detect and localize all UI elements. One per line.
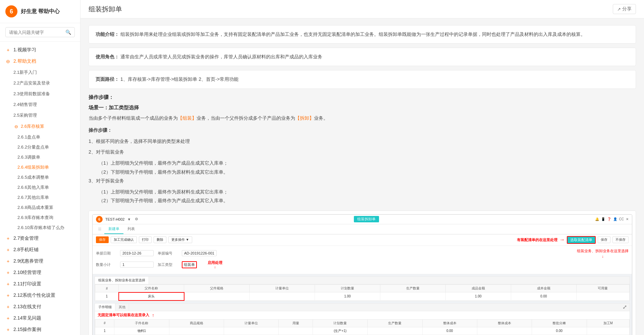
app-cc: CC: [619, 217, 624, 221]
tab-parent-detail[interactable]: 组装业务、拆卸业务在这里选择: [95, 277, 149, 284]
sidebar-label-finance: 2.7资金管理: [13, 235, 39, 241]
no-input[interactable]: AD-20191226-001: [182, 250, 217, 256]
tab-other[interactable]: 其他: [115, 303, 129, 311]
btn-cancel[interactable]: 不保存: [612, 236, 629, 243]
child-tab-bar: 子件明细 其他 ⤢: [95, 303, 630, 311]
btn-delete[interactable]: 删除: [154, 236, 166, 243]
sidebar: 6 好生意 帮助中心 🔍 + 1.视频学习 ⊖ 2.帮助文档 2.1新手入门 2…: [0, 0, 80, 335]
form-row-2: 数量小计 1 加工类型 组装单 启用处理 ↑: [96, 260, 629, 269]
app-close[interactable]: ✕: [626, 217, 629, 221]
sidebar-label-videos: 1.视频学习: [13, 47, 36, 53]
dropdown-arrow[interactable]: ▼: [127, 217, 131, 221]
sidebar-item-faq[interactable]: + 2.14常见问题: [0, 313, 80, 324]
feature-intro-text: 组装拆卸单用来处理企业组装或拆卸等加工业务，支持有固定装配清单的产品加工业务，也…: [120, 32, 585, 37]
step1-text: 1、根据不同的业务，选择不同单据的类型来处理: [89, 137, 636, 146]
type-selector-area: 组装业务、拆卸业务在这里选择 ↓: [577, 248, 629, 258]
sidebar-item-payment[interactable]: + 2.13在线支付: [0, 301, 80, 313]
sidebar-item-docs[interactable]: ⊖ 2.帮助文档: [0, 56, 80, 67]
sidebar-item-mobile[interactable]: + 2.8手机旺铺: [0, 244, 80, 256]
sidebar-item-inventory[interactable]: ⊖ 2.6库存核算: [0, 121, 80, 132]
sidebar-item-sales[interactable]: 2.4销售管理: [0, 99, 80, 110]
c-alloc: 0.00: [532, 327, 587, 335]
left-nav: ≡: [95, 226, 104, 233]
expand-table-icon[interactable]: ⤢: [623, 304, 627, 310]
path-info-block: 页面路径： 1、库存核算->库存管理->组装拆卸单 2、首页->常用功能: [89, 70, 636, 89]
sidebar-item-assembly[interactable]: 2.6.4组装拆卸单: [0, 162, 80, 172]
sidebar-item-cost-adjust[interactable]: 2.6.5成本调整单: [0, 172, 80, 182]
sidebar-item-newcomer[interactable]: 2.1新手入门: [0, 67, 80, 78]
type-select-input[interactable]: 组装单: [182, 261, 197, 268]
sidebar-label-docs: 2.帮助文档: [13, 58, 36, 64]
scenario1-desc: 当由多个子件材料组装成一个成品的业务为【组装】业务，当由一个父件拆分成多个子产品…: [89, 114, 636, 123]
search-icon[interactable]: 🔍: [65, 30, 71, 35]
sidebar-item-purchase[interactable]: 2.5采购管理: [0, 110, 80, 121]
c-proc: [587, 327, 629, 335]
btn-save[interactable]: 保存: [96, 236, 109, 243]
c-cost2: [477, 327, 532, 335]
btn-more[interactable]: 更多操作 ▼: [168, 236, 192, 243]
sidebar-item-install[interactable]: 2.2产品安装及登录: [0, 78, 80, 89]
sidebar-item-print[interactable]: + 2.11打印设置: [0, 278, 80, 290]
sidebar-item-other-in[interactable]: 2.6.6其他入库单: [0, 182, 80, 192]
tab-child-detail[interactable]: 子件明细: [95, 303, 115, 311]
btn-print[interactable]: 打印: [139, 236, 152, 243]
app-icon-3: ❓: [607, 217, 611, 221]
col-c-spec: 商品规格: [169, 319, 224, 327]
sidebar-item-custom[interactable]: + 2.12系统个性化设置: [0, 290, 80, 301]
cell-unit: [250, 292, 315, 300]
sidebar-item-stocktake[interactable]: 2.6.1盘点单: [0, 132, 80, 142]
btn-bom-confirm[interactable]: 选取装配清单: [567, 236, 596, 244]
sidebar-item-operation[interactable]: + 2.10经营管理: [0, 267, 80, 278]
expand-icon-coupon: +: [5, 259, 11, 264]
sidebar-label-custom: 2.12系统个性化设置: [13, 292, 55, 298]
tab-new[interactable]: 新建单: [104, 224, 123, 234]
annotation3-text: 启用处理: [208, 260, 222, 265]
nav-left[interactable]: ≡: [98, 226, 102, 233]
top-bar: 组装拆卸单 ↗ 分享: [80, 0, 644, 18]
sidebar-item-coupon[interactable]: + 2.9优惠券管理: [0, 256, 80, 267]
parent-tab-bar: 组装业务、拆卸业务在这里选择: [95, 277, 630, 284]
highlight-assembly: 【组装】: [178, 115, 197, 121]
col-unit: 计量单位: [250, 284, 315, 292]
sidebar-item-cases[interactable]: + 2.15操作案例: [0, 324, 80, 335]
sidebar-item-other-out[interactable]: 2.6.7其他出库单: [0, 192, 80, 203]
sidebar-item-ledger-fix[interactable]: 2.6.10库存账本错了么办: [0, 223, 80, 233]
sidebar-item-ledger-query[interactable]: 2.6.9库存账本查询: [0, 213, 80, 223]
qty-input[interactable]: 1: [120, 262, 154, 268]
expand-icon-faq: +: [5, 316, 11, 321]
main-content: 组装拆卸单 ↗ 分享 功能介绍： 组装拆卸单用来处理企业组装或拆卸等加工业务，支…: [80, 0, 644, 335]
gear-icon[interactable]: ⚙: [135, 217, 138, 221]
step2-text: 2、对于组装业务: [89, 148, 636, 157]
date-input[interactable]: 2019-12-26: [120, 250, 154, 256]
cell-prod: [380, 292, 445, 300]
btn-save2[interactable]: 保存: [598, 236, 610, 243]
col-c-alloc: 整批分摊: [532, 319, 587, 327]
col-c-cost1: 整体成本: [422, 319, 477, 327]
sidebar-item-partial-stocktake[interactable]: 2.6.2分量盘点单: [0, 142, 80, 152]
role-info-block: 使用角色： 通常由生产人员或库管人员完成拆装业务的操作，库管人员确认原材料的出库…: [89, 48, 636, 66]
path-label: 页面路径：: [96, 76, 119, 82]
col-c-unit: 计量单位: [224, 319, 278, 327]
sidebar-label-coupon: 2.9优惠券管理: [13, 258, 43, 264]
sidebar-item-videos[interactable]: + 1.视频学习: [0, 44, 80, 56]
c-spec: [169, 327, 224, 335]
col-parent-spec: 父件规格: [184, 284, 250, 292]
col-num: #: [95, 284, 119, 292]
sidebar-item-finance[interactable]: + 2.7资金管理: [0, 233, 80, 244]
annotation1-area: 有装配清单的在这里处理 → 选取装配清单 保存 不保存: [517, 236, 629, 244]
c-cost1: 0.00: [422, 327, 477, 335]
form-row-1: 单据日期 2019-12-26 单据编号 AD-20191226-001 组装业…: [96, 248, 629, 258]
share-button[interactable]: ↗ 分享: [613, 4, 636, 14]
btn-confirm[interactable]: 加工完成确认: [111, 236, 137, 243]
sidebar-item-cost-recalc[interactable]: 2.6.8商品成本重算: [0, 203, 80, 213]
share-icon: ↗: [617, 7, 621, 12]
highlight-disassembly: 【拆卸】: [295, 115, 314, 121]
search-input[interactable]: [9, 30, 65, 35]
sidebar-inventory-children: 2.6.1盘点单 2.6.2分量盘点单 2.6.3调拨单 2.6.4组装拆卸单 …: [0, 132, 80, 233]
child-table-area: 子件明细 其他 ⤢ 无固定清单可以组装在这里录入 ↑: [95, 303, 630, 335]
tab-list[interactable]: 列表: [123, 224, 139, 234]
nav-btn-primary[interactable]: 组装拆卸单: [354, 216, 379, 222]
expand-icon-print: +: [5, 281, 11, 287]
sidebar-item-transfer[interactable]: 2.6.3调拨单: [0, 152, 80, 162]
sidebar-item-data-prep[interactable]: 2.3使用前数据准备: [0, 89, 80, 99]
